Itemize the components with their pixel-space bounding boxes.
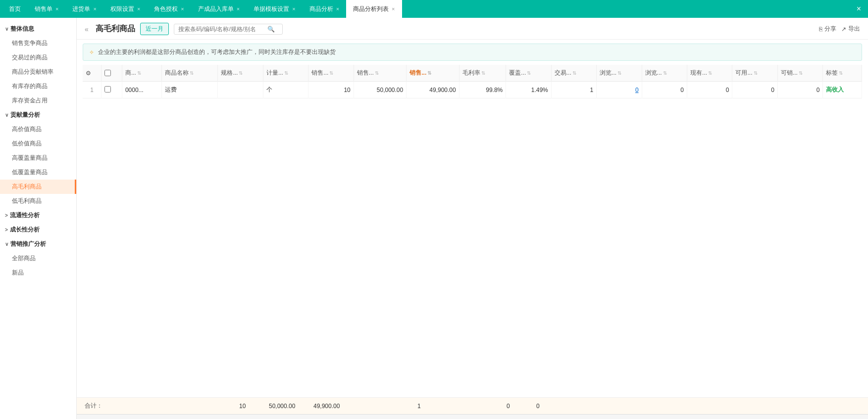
share-button[interactable]: ⎘ 分享 [819,25,836,33]
col-stock-sellable[interactable]: 可销...⇅ [777,65,822,82]
col-views2[interactable]: 浏览...⇅ [642,65,687,82]
sidebar-item-in-stock[interactable]: 有库存的商品 [0,79,76,93]
header-actions: ⎘ 分享 ↗ 导出 [819,25,860,33]
export-button[interactable]: ↗ 导出 [841,25,860,33]
search-icon[interactable]: 🔍 [267,26,275,33]
sidebar-item-traded[interactable]: 交易过的商品 [0,50,76,65]
col-name[interactable]: 商品名称⇅ [161,65,218,82]
footer-sales-amount: 50,000.00 [266,403,310,410]
data-table: ⚙ 商...⇅ 商品名称⇅ 规格...⇅ [83,65,862,98]
sidebar-item-low-coverage[interactable]: 低覆盖量商品 [0,165,76,180]
sidebar-group-liquidity[interactable]: > 流通性分析 [0,208,76,223]
col-code[interactable]: 商...⇅ [122,65,161,82]
footer-trans-count: 1 [414,403,444,410]
nav-product-inbound[interactable]: 产成品入库单 × [191,0,247,18]
sidebar-item-contribution-rate[interactable]: 商品分贡献销率 [0,65,76,79]
nav-product-analysis-list[interactable]: 商品分析列表 × [346,0,402,18]
bottom-scrollbar[interactable] [77,414,868,419]
close-icon[interactable]: × [336,6,339,12]
row-views1[interactable]: 0 [597,82,642,98]
close-icon[interactable]: × [55,6,58,12]
col-spec[interactable]: 规格...⇅ [218,65,263,82]
sort-icon: ⇅ [799,70,803,76]
sort-icon: ⇅ [427,70,431,76]
row-checkbox[interactable] [102,82,122,98]
nav-template[interactable]: 单据模板设置 × [247,0,302,18]
col-settings[interactable]: ⚙ [83,65,102,82]
close-icon[interactable]: × [181,6,184,12]
row-index: 1 [83,82,102,98]
close-all-button[interactable]: × [852,4,866,13]
close-icon[interactable]: × [237,6,240,12]
close-icon[interactable]: × [392,6,395,12]
nav-permissions[interactable]: 权限设置 × [103,0,147,18]
row-coverage: 1.49% [506,82,551,98]
col-checkbox[interactable] [102,65,122,82]
row-tag: 高收入 [823,82,862,98]
main-layout: ∨ 整体信息 销售竞争商品 交易过的商品 商品分贡献销率 有库存的商品 库存资金… [0,18,868,419]
nav-roles[interactable]: 角色授权 × [147,0,191,18]
sidebar-group-growth[interactable]: > 成长性分析 [0,223,76,237]
close-icon[interactable]: × [137,6,140,12]
sort-icon: ⇅ [572,70,576,76]
footer-stock-current: 0 [504,403,533,410]
col-sales-amount[interactable]: 销售...⇅ [354,65,406,82]
sort-icon: ⇅ [708,70,712,76]
table-header-row: ⚙ 商...⇅ 商品名称⇅ 规格...⇅ [83,65,862,82]
close-icon[interactable]: × [292,6,295,12]
row-sales-qty: 10 [308,82,354,98]
col-sales-cost[interactable]: 销售...⇅ [407,65,459,82]
col-stock-current[interactable]: 现有...⇅ [687,65,732,82]
nav-purchase[interactable]: 进货单 × [65,0,103,18]
info-icon: ✧ [89,49,94,56]
search-input[interactable] [178,26,267,33]
sidebar-item-sales-competition[interactable]: 销售竞争商品 [0,36,76,50]
top-nav: 首页 销售单 × 进货单 × 权限设置 × 角色授权 × 产成品入库单 × 单据… [0,0,868,18]
chevron-down-icon: ∨ [5,26,8,32]
row-gross-margin: 99.8% [459,82,506,98]
sort-icon: ⇅ [284,70,288,76]
sidebar-item-high-margin[interactable]: 高毛利商品 [0,180,76,194]
col-unit[interactable]: 计量...⇅ [263,65,308,82]
close-icon[interactable]: × [93,6,96,12]
col-tag[interactable]: 标签⇅ [823,65,862,82]
sidebar-collapse-button[interactable]: « [85,25,89,33]
sidebar-item-low-value[interactable]: 低价值商品 [0,137,76,151]
sidebar-item-stock-funds[interactable]: 库存资金占用 [0,93,76,108]
sidebar-item-new-products[interactable]: 新品 [0,266,76,280]
col-stock-available[interactable]: 可用...⇅ [732,65,777,82]
sort-icon: ⇅ [481,70,485,76]
sidebar: ∨ 整体信息 销售竞争商品 交易过的商品 商品分贡献销率 有库存的商品 库存资金… [0,18,77,419]
row-unit: 个 [263,82,308,98]
col-trans-count[interactable]: 交易...⇅ [551,65,596,82]
sidebar-item-low-margin[interactable]: 低毛利商品 [0,194,76,208]
sidebar-item-all-products[interactable]: 全部商品 [0,251,76,266]
row-stock-current: 0 [687,82,732,98]
row-code: 0000... [122,82,161,98]
col-gross-margin[interactable]: 毛利率⇅ [459,65,506,82]
filter-recent-month-button[interactable]: 近一月 [140,23,169,35]
footer-stock-available: 0 [533,403,563,410]
sidebar-item-high-value[interactable]: 高价值商品 [0,122,76,137]
chevron-down-icon: ∨ [5,241,8,247]
export-icon: ↗ [841,26,846,33]
col-views1[interactable]: 浏览...⇅ [597,65,642,82]
sidebar-group-marketing[interactable]: ∨ 营销推广分析 [0,237,76,251]
row-stock-sellable: 0 [777,82,822,98]
sidebar-item-high-coverage[interactable]: 高覆盖量商品 [0,151,76,165]
row-stock-available: 0 [732,82,777,98]
sidebar-group-overall[interactable]: ∨ 整体信息 [0,22,76,36]
sort-icon: ⇅ [527,70,531,76]
share-icon: ⎘ [819,26,822,33]
nav-sales[interactable]: 销售单 × [28,0,65,18]
col-coverage[interactable]: 覆盖...⇅ [506,65,551,82]
row-sales-amount: 50,000.00 [354,82,406,98]
sort-icon: ⇅ [617,70,621,76]
sort-icon: ⇅ [839,70,843,76]
nav-product-analysis[interactable]: 商品分析 × [303,0,346,18]
sidebar-group-contribution[interactable]: ∨ 贡献量分析 [0,108,76,122]
nav-home[interactable]: 首页 [2,0,28,18]
select-all-checkbox[interactable] [104,70,111,76]
sort-icon: ⇅ [329,70,333,76]
col-sales-qty[interactable]: 销售...⇅ [308,65,354,82]
